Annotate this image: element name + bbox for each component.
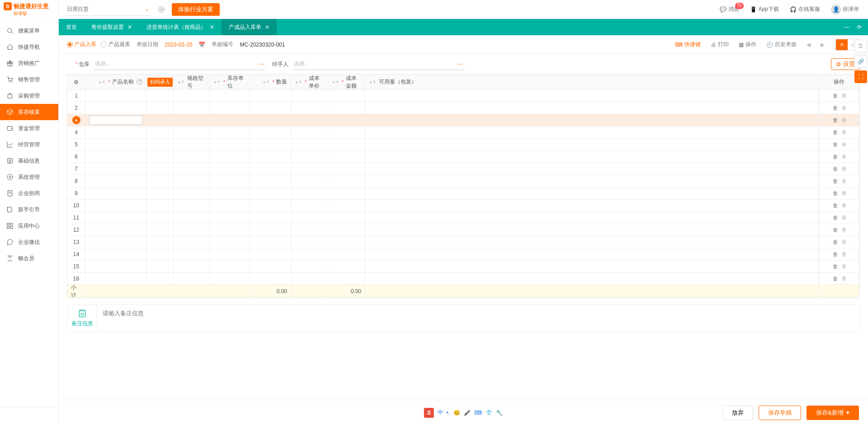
sidebar-item-1[interactable]: 快捷导航 [0,39,58,55]
copy-row-icon[interactable]: ⎘ [843,251,846,257]
operate-link[interactable]: ▦操作 [737,41,758,48]
cell-qty[interactable] [250,102,291,114]
cell-scan[interactable] [146,224,174,236]
cell-scan[interactable] [146,261,174,272]
copy-row-icon[interactable]: ⎘ [843,202,846,209]
cell-unit[interactable] [210,273,250,284]
cell-unit[interactable] [210,139,250,150]
cell-amount[interactable] [328,151,365,163]
cell-spec[interactable] [174,163,210,175]
cell-name[interactable] [85,102,146,114]
table-row[interactable]: 10🗑⎘ [67,200,859,212]
cell-avail[interactable] [365,212,819,224]
cell-avail[interactable] [365,102,819,114]
delete-row-icon[interactable]: 🗑 [833,276,838,282]
next-doc-button[interactable]: ▶ [819,42,826,48]
cell-scan[interactable] [146,236,174,248]
cell-spec[interactable] [174,90,210,102]
copy-row-icon[interactable]: ⎘ [843,227,846,233]
ime-smile-icon[interactable]: 😊 [453,410,460,416]
cell-spec[interactable] [174,261,210,272]
cell-qty[interactable] [250,139,291,150]
cell-avail[interactable] [365,236,819,248]
cell-amount[interactable] [328,273,365,284]
cell-price[interactable] [291,102,328,114]
sidebar-item-8[interactable]: 基础信息 [0,153,58,169]
cell-avail[interactable] [365,151,819,163]
doc-date-value[interactable]: 2023-03-20 [165,42,192,48]
product-name-input[interactable] [89,116,142,125]
cell-price[interactable] [291,175,328,187]
col-unit[interactable]: ▲▼*库存单位 [210,75,250,89]
cell-price[interactable] [291,224,328,236]
cell-avail[interactable] [365,175,819,187]
cell-scan[interactable] [146,163,174,175]
discard-button[interactable]: 放弃 [722,406,753,420]
col-qty[interactable]: ▲▼*数量 [250,75,291,89]
cell-name[interactable] [85,187,146,199]
warehouse-select[interactable]: 选择... ⋯ [94,58,266,70]
cell-name[interactable] [85,224,146,236]
cell-unit[interactable] [210,236,250,248]
cell-avail[interactable] [365,187,819,199]
cell-amount[interactable] [328,212,365,224]
copy-row-icon[interactable]: ⎘ [843,129,846,135]
cell-name[interactable] [85,212,146,224]
view-list-button[interactable]: ≡ [836,39,848,50]
tabs-refresh-button[interactable]: ⟳ [854,21,865,33]
cell-spec[interactable] [174,139,210,150]
cell-name[interactable] [85,151,146,163]
table-row[interactable]: 12🗑⎘ [67,224,859,236]
cell-unit[interactable] [210,126,250,138]
cell-avail[interactable] [365,261,819,272]
cell-spec[interactable] [174,126,210,138]
cell-scan[interactable] [146,248,174,260]
save-and-new-button[interactable]: 保存&新增▾ [807,406,859,420]
rail-link-button[interactable]: 🔗 [854,55,867,68]
col-avail[interactable]: ▲▼可用量（包装） [365,75,819,89]
ime-mic-icon[interactable]: 🎤 [464,410,471,416]
cell-qty[interactable] [250,236,291,248]
cell-qty[interactable] [250,273,291,284]
radio-product-in[interactable]: 产品入库 [67,41,96,48]
try-industry-button[interactable]: 体验行业方案 [172,3,220,16]
cell-amount[interactable] [328,175,365,187]
copy-row-icon[interactable]: ⎘ [843,190,846,196]
cell-scan[interactable] [146,273,174,284]
cell-unit[interactable] [210,163,250,175]
delete-row-icon[interactable]: 🗑 [833,154,838,160]
cell-qty[interactable] [250,187,291,199]
cell-price[interactable] [291,261,328,272]
ime-keyboard-icon[interactable]: ⌨ [474,410,482,416]
delete-row-icon[interactable]: 🗑 [833,251,838,257]
table-row[interactable]: 15🗑⎘ [67,261,859,273]
col-product-name[interactable]: ▲▼*产品名称? [85,75,146,89]
cell-amount[interactable] [328,90,365,102]
tab-2[interactable]: 进货单统计表（按商品）✕ [139,19,222,35]
store-settings-icon[interactable] [156,5,166,14]
table-row[interactable]: 6🗑⎘ [67,151,859,163]
cell-name[interactable] [85,90,146,102]
cell-price[interactable] [291,139,328,150]
help-icon[interactable]: ? [137,79,142,85]
cell-qty[interactable] [250,212,291,224]
cell-unit[interactable] [210,248,250,260]
delete-row-icon[interactable]: 🗑 [833,166,838,172]
cell-price[interactable] [291,90,328,102]
cell-price[interactable] [291,200,328,211]
cell-price[interactable] [291,114,328,126]
sidebar-item-3[interactable]: 销售管理 [0,71,58,88]
cell-avail[interactable] [365,224,819,236]
cell-qty[interactable] [250,175,291,187]
delete-row-icon[interactable]: 🗑 [833,190,838,196]
cell-unit[interactable] [210,187,250,199]
cell-name[interactable] [85,200,146,211]
sidebar-item-5[interactable]: 库存核算 [0,104,58,120]
cell-unit[interactable] [210,212,250,224]
cell-name[interactable] [85,126,146,138]
copy-row-icon[interactable]: ⎘ [843,93,846,99]
table-row[interactable]: 2🗑⎘ [67,102,859,114]
col-config[interactable]: ⚙ [67,75,85,89]
cell-name[interactable] [85,163,146,175]
handler-more-icon[interactable]: ⋯ [458,61,464,67]
